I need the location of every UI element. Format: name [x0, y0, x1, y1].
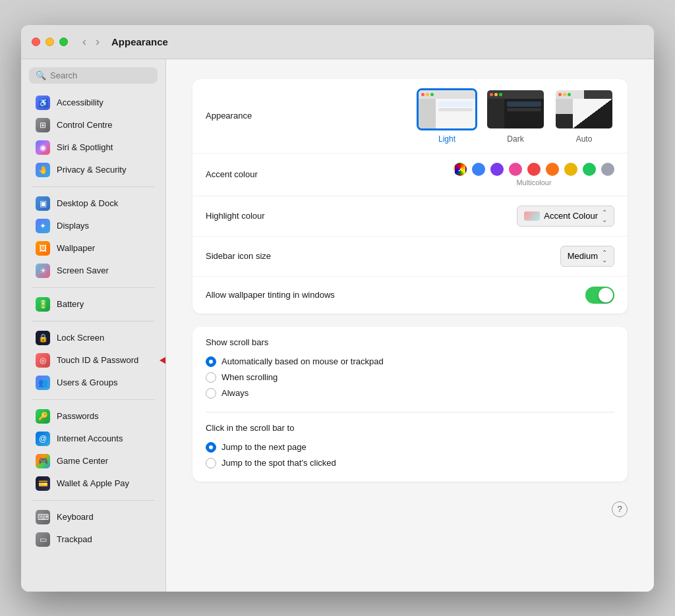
sidebar-item-battery[interactable]: 🔋Battery [25, 293, 161, 316]
minimize-button[interactable] [45, 38, 54, 46]
accent-multicolor[interactable] [454, 163, 467, 176]
scroll-bars-always-radio[interactable] [206, 388, 216, 399]
sidebar-item-displays[interactable]: ✦Displays [25, 215, 161, 237]
accent-red[interactable] [527, 163, 541, 176]
scroll-bars-section: Show scroll bars Automatically based on … [192, 327, 628, 412]
appearance-option-dark[interactable]: Dark [485, 88, 546, 144]
scroll-click-next-label: Jump to the next page [221, 442, 307, 452]
appearance-thumb-auto [554, 88, 614, 130]
sidebar-item-internet[interactable]: @Internet Accounts [25, 428, 161, 450]
accent-colour-label: Accent colour [206, 169, 338, 179]
search-input[interactable] [50, 70, 151, 80]
maximize-button[interactable] [59, 38, 68, 46]
sidebar-item-label-displays: Displays [57, 221, 89, 231]
wallet-icon: 💳 [36, 476, 50, 491]
scroll-bars-always[interactable]: Always [206, 385, 614, 401]
siri-icon: ◉ [36, 140, 50, 155]
sidebar-item-wrapper-lockscreen: 🔒Lock Screen [21, 327, 165, 349]
highlight-colour-label: Highlight colour [206, 211, 338, 221]
scroll-click-next[interactable]: Jump to the next page [206, 439, 614, 455]
sidebar-item-siri[interactable]: ◉Siri & Spotlight [25, 136, 161, 159]
accent-orange[interactable] [546, 163, 559, 176]
sidebar-icon-size-label: Sidebar icon size [206, 251, 338, 261]
forward-button[interactable]: › [92, 34, 103, 50]
scroll-bars-auto[interactable]: Automatically based on mouse or trackpad [206, 354, 614, 370]
back-button[interactable]: ‹ [78, 34, 90, 50]
control-icon: ⊞ [36, 118, 50, 132]
sidebar-item-wallet[interactable]: 💳Wallet & Apple Pay [25, 472, 161, 495]
scroll-bars-always-label: Always [221, 388, 249, 398]
passwords-icon: 🔑 [36, 409, 50, 424]
scroll-bars-scrolling-label: When scrolling [221, 372, 278, 382]
accent-purple[interactable] [490, 163, 504, 176]
sidebar-item-wrapper-wallpaper: 🖼Wallpaper [21, 237, 165, 260]
sidebar-item-wrapper-privacy: 🤚Privacy & Security [21, 159, 165, 181]
sidebar-icon-size-row: Sidebar icon size Medium ⌃⌄ [192, 237, 628, 277]
sidebar-item-touchid[interactable]: ◎Touch ID & Password [25, 349, 161, 372]
accent-pink[interactable] [509, 163, 522, 176]
sidebar-item-label-passwords: Passwords [57, 411, 99, 421]
sidebar-item-wrapper-accessibility: ♿Accessibility [21, 92, 165, 114]
sidebar-item-wrapper-passwords: 🔑Passwords [21, 405, 165, 428]
highlight-value: Accent Colour [544, 211, 598, 221]
scroll-click-spot-label: Jump to the spot that's clicked [221, 458, 336, 468]
appearance-option-light[interactable]: Light [417, 88, 477, 144]
appearance-thumb-light [417, 88, 477, 130]
sidebar-item-gamecenter[interactable]: 🎮Game Center [25, 450, 161, 472]
search-bar[interactable]: 🔍 [29, 67, 158, 84]
traffic-lights [32, 38, 68, 46]
scroll-click-spot[interactable]: Jump to the spot that's clicked [206, 455, 614, 471]
close-button[interactable] [32, 38, 40, 46]
sidebar-item-lockscreen[interactable]: 🔒Lock Screen [25, 327, 161, 349]
sidebar-item-wrapper-siri: ◉Siri & Spotlight [21, 136, 165, 159]
sidebar-item-wrapper-keyboard: ⌨Keyboard [21, 506, 165, 528]
sidebar-item-trackpad[interactable]: ▭Trackpad [25, 528, 161, 551]
sidebar-item-label-desktop: Desktop & Dock [57, 198, 118, 208]
size-selector[interactable]: Medium ⌃⌄ [560, 246, 614, 267]
nav-buttons: ‹ › [78, 34, 103, 50]
sidebar-divider-before-battery [32, 287, 155, 288]
sidebar-item-label-screensaver: Screen Saver [57, 266, 109, 275]
scroll-click-next-radio[interactable] [206, 442, 216, 453]
sidebar-item-label-users: Users & Groups [57, 378, 117, 387]
sidebar-item-screensaver[interactable]: ☀Screen Saver [25, 260, 161, 282]
highlight-selector[interactable]: Accent Colour ⌃⌄ [517, 206, 614, 227]
sidebar-item-users[interactable]: 👥Users & Groups [25, 372, 161, 394]
sidebar: 🔍 ♿Accessibility⊞Control Centre◉Siri & S… [21, 59, 166, 592]
size-value: Medium [568, 251, 598, 261]
sidebar-item-wrapper-control: ⊞Control Centre [21, 114, 165, 136]
wallpaper-tinting-label: Allow wallpaper tinting in windows [206, 290, 338, 300]
sidebar-divider-before-keyboard [32, 500, 155, 501]
accent-green[interactable] [583, 163, 596, 176]
appearance-option-auto[interactable]: Auto [554, 88, 614, 144]
sidebar-item-privacy[interactable]: 🤚Privacy & Security [25, 159, 161, 181]
scroll-click-spot-radio[interactable] [206, 458, 216, 468]
main-window: ‹ › Appearance 🔍 ♿Accessibility⊞Control … [21, 25, 654, 592]
sidebar-item-accessibility[interactable]: ♿Accessibility [25, 92, 161, 114]
sidebar-item-wrapper-users: 👥Users & Groups [21, 372, 165, 394]
sidebar-item-label-trackpad: Trackpad [57, 534, 92, 544]
scroll-bars-scrolling-radio[interactable] [206, 372, 216, 383]
sidebar-item-wallpaper[interactable]: 🖼Wallpaper [25, 237, 161, 260]
scroll-bars-scrolling[interactable]: When scrolling [206, 370, 614, 385]
sidebar-item-passwords[interactable]: 🔑Passwords [25, 405, 161, 428]
sidebar-item-wrapper-trackpad: ▭Trackpad [21, 528, 165, 551]
scroll-bars-card: Show scroll bars Automatically based on … [192, 327, 628, 482]
scroll-bars-auto-radio[interactable] [206, 356, 216, 367]
size-arrow-icon: ⌃⌄ [602, 249, 607, 264]
accent-blue[interactable] [472, 163, 485, 176]
help-button[interactable]: ? [612, 501, 628, 517]
sidebar-item-keyboard[interactable]: ⌨Keyboard [25, 506, 161, 528]
sidebar-icon-size-control: Medium ⌃⌄ [338, 246, 614, 267]
wallpaper-tinting-toggle[interactable] [585, 287, 614, 304]
wallpaper-tinting-control [338, 287, 614, 304]
accent-gray[interactable] [601, 163, 614, 176]
help-area: ? [192, 495, 628, 524]
search-icon: 🔍 [36, 70, 46, 80]
sidebar-item-desktop[interactable]: ▣Desktop & Dock [25, 192, 161, 215]
internet-icon: @ [36, 432, 50, 446]
sidebar-item-control[interactable]: ⊞Control Centre [25, 114, 161, 136]
sidebar-item-wrapper-displays: ✦Displays [21, 215, 165, 237]
title-bar: ‹ › Appearance [21, 25, 654, 59]
accent-yellow[interactable] [564, 163, 577, 176]
